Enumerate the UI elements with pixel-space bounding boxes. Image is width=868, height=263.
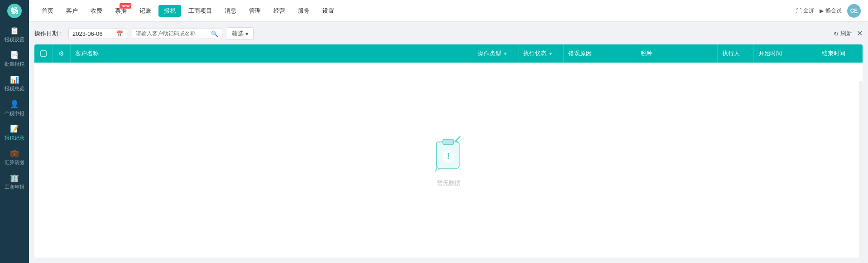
table-body: ! 暂无数据 xyxy=(34,63,863,258)
sidebar-label-5: 汇算清缴 xyxy=(5,160,24,166)
sidebar-label-2: 报税总览 xyxy=(5,86,24,92)
close-button[interactable]: ✕ xyxy=(857,30,863,37)
svg-rect-2 xyxy=(443,139,454,145)
data-table: ⚙客户名称操作类型▼执行状态▼错误原因税种执行人开始时间结束时间 ! xyxy=(34,44,863,258)
refresh-label: 刷新 xyxy=(840,29,852,38)
app-logo[interactable]: 畅 xyxy=(7,4,22,18)
svg-text:!: ! xyxy=(447,151,450,161)
sidebar-icon-5: 💼 xyxy=(10,148,19,158)
th-label-3: 操作类型 xyxy=(478,49,501,58)
nav-item-服务[interactable]: 服务 xyxy=(293,5,315,17)
nav-item-客户[interactable]: 客户 xyxy=(61,5,83,17)
fullscreen-icon: ⛶ xyxy=(796,8,801,14)
nav-item-记账[interactable]: 记账 xyxy=(134,5,157,17)
filter-label: 筛选 xyxy=(232,29,244,38)
sidebar-item-汇算清缴[interactable]: 💼 汇算清缴 xyxy=(0,145,29,169)
nav-item-设置[interactable]: 设置 xyxy=(317,5,340,17)
sidebar-icon-4: 📝 xyxy=(10,124,19,134)
toolbar: 操作日期： 📅 🔍 筛选 ▾ ↻ 刷新 ✕ xyxy=(34,27,863,40)
sidebar-icon-2: 📊 xyxy=(10,74,19,84)
th-0[interactable] xyxy=(34,44,53,63)
nav-item-管理[interactable]: 管理 xyxy=(244,5,266,17)
refresh-button[interactable]: ↻ 刷新 xyxy=(834,29,852,38)
th-4: 执行状态▼ xyxy=(518,44,564,63)
calendar-icon: 📅 xyxy=(116,30,123,37)
sidebar-label-0: 报税设置 xyxy=(5,37,24,43)
scrollbar[interactable] xyxy=(859,81,863,258)
th-2: 客户名称 xyxy=(71,44,473,63)
logo-area: 畅 xyxy=(0,0,29,22)
sidebar-item-批量报税[interactable]: 📑 批量报税 xyxy=(0,46,29,71)
member-icon: ▶ xyxy=(820,8,824,14)
nav-item-消息[interactable]: 消息 xyxy=(219,5,242,17)
svg-line-5 xyxy=(456,136,460,141)
main-content: 首页客户收费票据new记账报税工商项目消息管理经营服务设置 ⛶ 全屏 ▶ 畅会员… xyxy=(29,0,868,263)
svg-point-8 xyxy=(459,168,461,170)
th-label-9: 结束时间 xyxy=(822,49,845,58)
th-3: 操作类型▼ xyxy=(473,44,518,63)
th-1[interactable]: ⚙ xyxy=(53,44,71,63)
nav-item-收费[interactable]: 收费 xyxy=(85,5,108,17)
top-navigation: 首页客户收费票据new记账报税工商项目消息管理经营服务设置 ⛶ 全屏 ▶ 畅会员… xyxy=(29,0,868,22)
sidebar-icon-3: 👤 xyxy=(10,99,19,109)
nav-items: 首页客户收费票据new记账报税工商项目消息管理经营服务设置 xyxy=(36,5,796,17)
sidebar-label-4: 报税记录 xyxy=(5,135,24,141)
fullscreen-button[interactable]: ⛶ 全屏 xyxy=(796,7,814,15)
th-label-7: 执行人 xyxy=(722,49,740,58)
user-avatar[interactable]: CE xyxy=(847,4,861,18)
th-label-5: 错误原因 xyxy=(568,49,592,58)
sidebar-item-报税记录[interactable]: 📝 报税记录 xyxy=(0,120,29,145)
search-box[interactable]: 🔍 xyxy=(132,29,222,39)
th-label-6: 税种 xyxy=(641,49,652,58)
th-7: 执行人 xyxy=(718,44,754,63)
date-picker[interactable]: 📅 xyxy=(68,29,127,39)
date-label: 操作日期： xyxy=(34,29,64,38)
select-all-checkbox[interactable] xyxy=(40,50,47,57)
search-icon[interactable]: 🔍 xyxy=(211,30,218,37)
filter-arrow-3: ▼ xyxy=(503,51,508,56)
fullscreen-label: 全屏 xyxy=(803,7,814,15)
refresh-icon: ↻ xyxy=(834,30,839,37)
sidebar-label-1: 批量报税 xyxy=(5,61,24,67)
topnav-right: ⛶ 全屏 ▶ 畅会员 CE xyxy=(796,4,861,18)
th-label-8: 开始时间 xyxy=(758,49,782,58)
sidebar-label-3: 个税申报 xyxy=(5,111,24,117)
date-input[interactable] xyxy=(72,30,113,37)
filter-button[interactable]: 筛选 ▾ xyxy=(227,27,254,40)
filter-arrow-4: ▼ xyxy=(548,51,553,56)
sidebar-item-个税申报[interactable]: 👤 个税申报 xyxy=(0,96,29,120)
nav-item-票据[interactable]: 票据new xyxy=(110,5,132,17)
nav-item-经营[interactable]: 经营 xyxy=(268,5,291,17)
sidebar-label-6: 工商年报 xyxy=(5,184,24,190)
sidebar-item-报税总览[interactable]: 📊 报税总览 xyxy=(0,71,29,95)
empty-state: ! 暂无数据 xyxy=(428,133,469,187)
sidebar-item-工商年报[interactable]: 🏢 工商年报 xyxy=(0,169,29,194)
settings-icon[interactable]: ⚙ xyxy=(58,50,64,57)
nav-item-工商项目[interactable]: 工商项目 xyxy=(183,5,217,17)
svg-point-7 xyxy=(437,169,440,171)
nav-item-报税[interactable]: 报税 xyxy=(158,5,181,17)
th-9: 结束时间 xyxy=(817,44,863,63)
th-6: 税种 xyxy=(636,44,718,63)
th-label-2: 客户名称 xyxy=(75,49,99,58)
th-5: 错误原因 xyxy=(564,44,636,63)
search-input[interactable] xyxy=(136,30,208,37)
th-label-4: 执行状态 xyxy=(523,49,547,58)
th-8: 开始时间 xyxy=(754,44,817,63)
sidebar-item-报税设置[interactable]: 📋 报税设置 xyxy=(0,22,29,46)
sidebar-icon-1: 📑 xyxy=(10,50,19,60)
chevron-down-icon: ▾ xyxy=(245,30,249,37)
member-button[interactable]: ▶ 畅会员 xyxy=(820,7,842,15)
table-header: ⚙客户名称操作类型▼执行状态▼错误原因税种执行人开始时间结束时间 xyxy=(34,44,863,63)
nav-item-首页[interactable]: 首页 xyxy=(36,5,59,17)
sidebar: 畅 📋 报税设置 📑 批量报税 📊 报税总览 👤 个税申报 📝 报税记录 💼 汇… xyxy=(0,0,29,263)
sidebar-icon-0: 📋 xyxy=(10,25,19,35)
member-label: 畅会员 xyxy=(825,7,842,15)
page-content: 操作日期： 📅 🔍 筛选 ▾ ↻ 刷新 ✕ ⚙客户名称操作类型▼执行状态▼错误原… xyxy=(29,22,868,263)
table-body-wrapper: ! 暂无数据 xyxy=(34,63,863,258)
empty-text: 暂无数据 xyxy=(437,179,460,187)
sidebar-icon-6: 🏢 xyxy=(10,173,19,183)
empty-illustration: ! xyxy=(428,133,469,174)
nav-badge-票据: new xyxy=(120,3,131,9)
